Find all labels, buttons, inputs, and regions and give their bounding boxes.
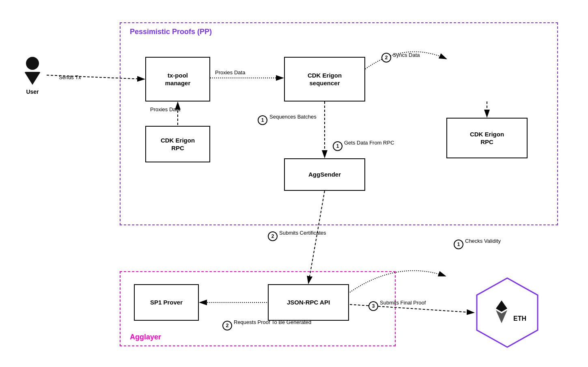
badge-sequences: 1 — [258, 115, 267, 125]
box-tx-pool: tx-pool manager — [145, 57, 210, 101]
eth-hexagon: ETH — [475, 276, 540, 351]
badge-checks: 1 — [454, 240, 463, 249]
box-json-rpc-api: JSON-RPC API — [268, 284, 349, 321]
proxies-data-left-label: Proxies Data — [150, 106, 180, 113]
submits-final-label: Submits Final Proof — [380, 300, 426, 307]
badge-gets-data: 1 — [333, 141, 342, 151]
region-pp-label: Pessimistic Proofs (PP) — [130, 28, 212, 36]
gets-data-label: Gets Data From RPC — [344, 140, 394, 147]
diagram-container: Pessimistic Proofs (PP) Agglayer User Se… — [0, 0, 588, 367]
badge-syncs: 2 — [381, 53, 391, 63]
checks-validity-label: Checks Validity — [465, 238, 501, 245]
box-cdk-rpc-right: CDK Erigon RPC — [446, 118, 528, 158]
box-cdk-seq: CDK Erigon sequencer — [284, 57, 365, 101]
region-agglayer-label: Agglayer — [130, 333, 161, 341]
requests-proof-label: Requests Proof To Be Generated — [234, 319, 311, 326]
badge-submits-certs: 2 — [268, 231, 278, 241]
badge-requests-proof: 2 — [222, 321, 232, 330]
box-sp1-prover: SP1 Prover — [134, 284, 199, 321]
sends-tx-label: Sends Tx — [59, 74, 81, 81]
user-label: User — [26, 89, 39, 95]
submits-certs-label: Submits Certificates — [279, 230, 326, 237]
sequences-label: Sequences Batches — [269, 114, 317, 121]
box-cdk-rpc-left: CDK Erigon RPC — [145, 126, 210, 162]
user-body-icon — [24, 72, 41, 85]
svg-marker-0 — [477, 278, 538, 347]
svg-text:ETH: ETH — [513, 315, 526, 322]
user-figure: User — [24, 57, 41, 95]
badge-submits-final: 3 — [368, 301, 378, 311]
box-agg-sender: AggSender — [284, 158, 365, 191]
user-head-icon — [26, 57, 39, 70]
syncs-data-label: Syncs Data — [393, 52, 420, 59]
